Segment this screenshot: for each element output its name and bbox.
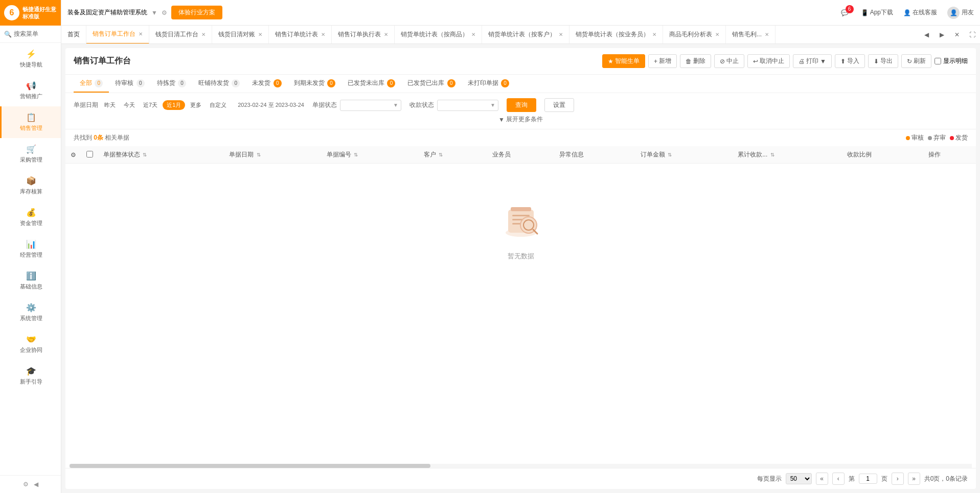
query-btn[interactable]: 查询: [507, 98, 536, 112]
select-all-checkbox[interactable]: [86, 151, 93, 158]
tab-close-sales-stats[interactable]: ✕: [321, 32, 325, 37]
date-7days-btn[interactable]: 近7天: [140, 100, 161, 110]
stop-btn[interactable]: ⊘ 中止: [714, 54, 744, 68]
tab-gross-margin[interactable]: 商品毛利分析表 ✕: [663, 26, 726, 44]
ship-btn[interactable]: 发货: [950, 133, 968, 142]
export-btn[interactable]: ⬇ 导出: [868, 54, 898, 68]
payment-select[interactable]: [437, 100, 498, 111]
abandon-audit-btn[interactable]: 弃审: [928, 133, 946, 142]
tab-next-btn[interactable]: ▶: [934, 26, 949, 44]
topbar-gear-icon[interactable]: ⚙: [162, 9, 167, 16]
date-today-btn[interactable]: 今天: [121, 100, 138, 110]
sidebar-item-system[interactable]: ⚙️ 系统管理: [0, 297, 61, 328]
cancel-stop-btn[interactable]: ↩ 取消中止: [747, 54, 790, 68]
show-detail-label[interactable]: 显示明细: [935, 57, 968, 65]
tab-close-sales-customer[interactable]: ✕: [559, 32, 563, 37]
sidebar-item-basic-info[interactable]: ℹ️ 基础信息: [0, 265, 61, 297]
sidebar-item-cooperation[interactable]: 🤝 企业协同: [0, 328, 61, 360]
tab-home[interactable]: 首页: [61, 26, 86, 44]
sidebar-item-sales[interactable]: 📋 销售管理: [0, 106, 61, 138]
sidebar-item-quick-nav[interactable]: ⚡ 快捷导航: [0, 43, 61, 75]
th-status[interactable]: 单据整体状态 ⇅: [98, 146, 224, 164]
tab-fullscreen-btn[interactable]: ⛶: [965, 26, 980, 44]
tab-close-sales-exec[interactable]: ✕: [384, 32, 388, 37]
tab-prev-btn[interactable]: ◀: [919, 26, 934, 44]
sidebar-item-inventory[interactable]: 📦 库存核算: [0, 170, 61, 201]
content-area: 销售订单工作台 ★ 智能生单 + 新增 🗑 删除 ⊘: [61, 44, 980, 493]
th-cumulative[interactable]: 累计收款... ⇅: [733, 146, 842, 164]
prev-page-btn[interactable]: ‹: [832, 473, 845, 485]
collapse-icon[interactable]: ◀: [34, 481, 38, 488]
sidebar-item-operations[interactable]: 📊 经营管理: [0, 233, 61, 265]
tab-close-sales-goods[interactable]: ✕: [471, 32, 475, 37]
next-page-btn[interactable]: ›: [892, 473, 904, 485]
th-customer[interactable]: 客户 ⇅: [419, 146, 487, 164]
sub-tabs: 全部 0 待审核 0 待拣货 0 旺铺待发货 0 未发货 0: [65, 75, 976, 93]
sub-tab-shipped-out[interactable]: 已发货已出库 0: [401, 75, 461, 93]
th-settings[interactable]: ⚙: [65, 146, 81, 164]
sidebar-item-marketing[interactable]: 📢 营销推广: [0, 75, 61, 106]
tab-close-cash-reconcile[interactable]: ✕: [258, 32, 262, 37]
sub-tab-shipped-not-out[interactable]: 已发货未出库 0: [341, 75, 401, 93]
th-order-no[interactable]: 单据编号 ⇅: [322, 146, 419, 164]
tab-close-sales-staff[interactable]: ✕: [652, 32, 656, 37]
sub-tab-wangpu-ship[interactable]: 旺铺待发货 0: [192, 75, 246, 93]
tab-sales-workbench[interactable]: 销售订单工作台 ✕: [86, 26, 149, 44]
page-input[interactable]: [859, 474, 877, 484]
import-btn[interactable]: ⬆ 导入: [835, 54, 865, 68]
user-menu[interactable]: 👤 用友: [947, 7, 974, 19]
sub-tab-pending-pick[interactable]: 待拣货 0: [151, 75, 192, 93]
print-btn[interactable]: 🖨 打印 ▼: [793, 54, 832, 68]
date-more-btn[interactable]: 更多: [187, 100, 204, 110]
show-detail-checkbox[interactable]: [935, 58, 941, 64]
sub-tab-overdue-ship[interactable]: 到期未发货 0: [288, 75, 341, 93]
settings-btn[interactable]: 设置: [544, 98, 574, 112]
tab-cash-clearance[interactable]: 钱货日清工作台 ✕: [149, 26, 212, 44]
sidebar-item-finance[interactable]: 💰 资金管理: [0, 201, 61, 233]
page-size-select[interactable]: 50 10 20 100: [786, 473, 812, 484]
sidebar-item-purchase[interactable]: 🛒 采购管理: [0, 138, 61, 170]
sub-tab-not-shipped[interactable]: 未发货 0: [246, 75, 287, 93]
sidebar-search[interactable]: 🔍 搜索菜单: [0, 26, 61, 43]
topbar-dropdown-icon[interactable]: ▼: [151, 9, 157, 16]
add-btn[interactable]: + 新增: [648, 54, 677, 68]
tab-sales-staff[interactable]: 销货单统计表（按业务员） ✕: [569, 26, 663, 44]
tab-sales-gross[interactable]: 销售毛利... ✕: [726, 26, 776, 44]
horizontal-scrollbar[interactable]: [70, 464, 972, 468]
date-1month-btn[interactable]: 近1月: [163, 100, 185, 110]
tab-sales-customer[interactable]: 销货单统计表（按客户） ✕: [482, 26, 569, 44]
tab-close-sales-gross[interactable]: ✕: [765, 32, 769, 37]
sub-tab-all[interactable]: 全部 0: [74, 75, 109, 93]
sidebar-item-newbie[interactable]: 🎓 新手引导: [0, 360, 61, 392]
date-yesterday-btn[interactable]: 昨天: [101, 100, 119, 110]
expand-icon: ▼: [498, 116, 505, 123]
expand-conditions-btn[interactable]: ▼ 展开更多条件: [498, 115, 543, 124]
last-page-btn[interactable]: »: [908, 473, 920, 485]
first-page-btn[interactable]: «: [816, 473, 828, 485]
th-amount[interactable]: 订单金额 ⇅: [635, 146, 733, 164]
tab-sales-stats[interactable]: 销售订单统计表 ✕: [269, 26, 332, 44]
app-download-btn[interactable]: 📱 App下载: [861, 8, 893, 17]
settings-icon[interactable]: ⚙: [23, 481, 29, 488]
tab-sales-exec[interactable]: 销售订单执行表 ✕: [332, 26, 395, 44]
th-date[interactable]: 单据日期 ⇅: [224, 146, 321, 164]
scrollbar-thumb[interactable]: [70, 464, 430, 468]
tab-sales-goods[interactable]: 销货单统计表（按商品） ✕: [395, 26, 482, 44]
smart-create-btn[interactable]: ★ 智能生单: [602, 54, 645, 68]
audit-btn[interactable]: 审核: [906, 133, 924, 142]
online-service-btn[interactable]: 👤 在线客服: [903, 8, 937, 17]
tab-close-all-btn[interactable]: ✕: [949, 26, 965, 44]
message-btn[interactable]: 💬 6: [841, 9, 849, 16]
th-checkbox[interactable]: [81, 146, 98, 164]
tab-cash-reconcile[interactable]: 钱货日清对账 ✕: [212, 26, 269, 44]
refresh-btn[interactable]: ↻ 刷新: [901, 54, 931, 68]
tab-close-cash-clearance[interactable]: ✕: [201, 32, 206, 37]
sub-tab-pending-review[interactable]: 待审核 0: [109, 75, 150, 93]
status-select[interactable]: [340, 100, 401, 111]
tab-close-sales-workbench[interactable]: ✕: [139, 31, 143, 37]
tab-close-gross-margin[interactable]: ✕: [715, 32, 719, 37]
sub-tab-not-printed[interactable]: 未打印单据 0: [462, 75, 515, 93]
date-custom-btn[interactable]: 自定义: [207, 100, 230, 110]
industry-btn[interactable]: 体验行业方案: [171, 6, 222, 19]
delete-btn[interactable]: 🗑 删除: [680, 54, 711, 68]
